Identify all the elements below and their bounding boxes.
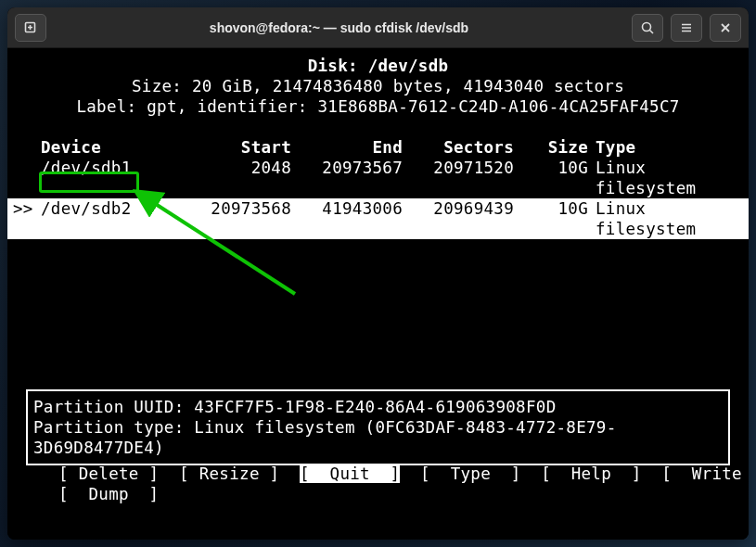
menu-button[interactable]: [671, 14, 702, 42]
action-menu: [ Delete ] [ Resize ] [ Quit ] [ Type ] …: [58, 464, 749, 504]
row-cursor: >>: [13, 198, 41, 239]
menu-write[interactable]: [ Write ]: [661, 464, 749, 483]
col-header-type: Type: [588, 137, 743, 158]
partition-type: Partition type: Linux filesystem (0FC63D…: [33, 417, 723, 458]
col-header-start: Start: [161, 137, 291, 158]
row-start: 2048: [161, 158, 291, 198]
menu-type[interactable]: [ Type ]: [420, 464, 520, 483]
row-size: 10G: [514, 198, 588, 239]
partition-row-selected[interactable]: >> /dev/sdb2 20973568 41943006 20969439 …: [7, 198, 749, 239]
partition-info-box: Partition UUID: 43FCF7F5-1F98-E240-86A4-…: [26, 389, 730, 465]
svg-line-4: [650, 30, 654, 33]
row-end: 41943006: [291, 198, 403, 239]
col-header-sectors: Sectors: [403, 137, 514, 158]
row-sectors: 20971520: [403, 158, 514, 198]
row-type: Linux filesystem: [588, 158, 743, 198]
row-sectors: 20969439: [403, 198, 514, 239]
menu-help[interactable]: [ Help ]: [541, 464, 641, 483]
window-title: shovon@fedora:~ — sudo cfdisk /dev/sdb: [210, 20, 468, 35]
new-tab-button[interactable]: [15, 14, 46, 42]
col-header-end: End: [291, 137, 403, 158]
disk-title: Disk: /dev/sdb: [7, 56, 749, 76]
partition-row[interactable]: /dev/sdb1 2048 20973567 20971520 10G Lin…: [7, 158, 749, 198]
row-device: /dev/sdb2: [41, 198, 161, 239]
row-type: Linux filesystem: [588, 198, 743, 239]
disk-size-line: Size: 20 GiB, 21474836480 bytes, 4194304…: [7, 76, 749, 96]
partition-table-header: Device Start End Sectors Size Type: [7, 137, 749, 158]
col-header-size: Size: [514, 137, 588, 158]
row-start: 20973568: [161, 198, 291, 239]
svg-point-3: [643, 22, 651, 31]
terminal-content[interactable]: Disk: /dev/sdb Size: 20 GiB, 21474836480…: [7, 48, 749, 540]
terminal-window: shovon@fedora:~ — sudo cfdisk /dev/sdb: [7, 7, 749, 540]
menu-delete[interactable]: [ Delete ]: [58, 464, 159, 483]
partition-uuid: Partition UUID: 43FCF7F5-1F98-E240-86A4-…: [33, 397, 723, 417]
col-header-device: Device: [41, 137, 161, 158]
disk-label-line: Label: gpt, identifier: 31E868BA-7612-C2…: [7, 96, 749, 117]
row-cursor: [13, 158, 41, 198]
search-button[interactable]: [632, 14, 663, 42]
menu-resize[interactable]: [ Resize ]: [179, 464, 279, 483]
titlebar: shovon@fedora:~ — sudo cfdisk /dev/sdb: [7, 7, 749, 48]
close-button[interactable]: [710, 14, 741, 42]
row-device: /dev/sdb1: [41, 158, 161, 198]
row-end: 20973567: [291, 158, 403, 198]
menu-quit[interactable]: [ Quit ]: [300, 464, 400, 483]
row-size: 10G: [514, 158, 588, 198]
menu-dump[interactable]: [ Dump ]: [58, 485, 159, 503]
